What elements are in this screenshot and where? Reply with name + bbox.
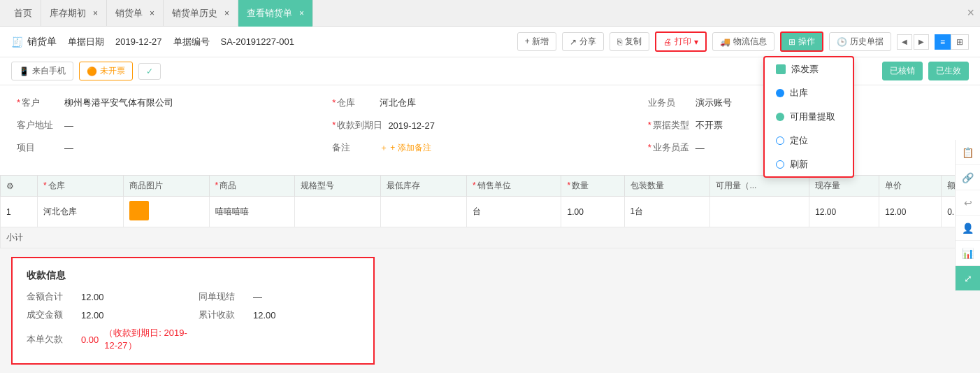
row-no: 1: [1, 197, 38, 227]
outbound-icon: [776, 89, 784, 97]
check-icon: ✓: [146, 66, 153, 76]
not-open-button[interactable]: 🟠 未开票: [79, 62, 133, 80]
summary-deal-amount: 成交金额 12.00: [27, 309, 187, 321]
sales-staff-value: —: [696, 143, 705, 153]
ticket-type-value: 不开票: [696, 119, 723, 132]
print-button[interactable]: 🖨 打印 ▾: [655, 31, 707, 52]
add-note-button[interactable]: ＋ + 添加备注: [380, 142, 431, 154]
col-spec: 规格型号: [295, 176, 381, 197]
right-icon-6-expand[interactable]: ⤢: [956, 266, 980, 291]
product-table-wrapper: ⚙ 仓库 商品图片 商品 规格型号 最低库存 销售单位 数量 包装数量 可用量（…: [0, 175, 980, 248]
summary-grid: 金额合计 12.00 同单现结 — 成交金额 12.00 累计收款 12.00 …: [27, 290, 359, 352]
share-button[interactable]: ↗ 分享: [562, 32, 604, 51]
window-close-button[interactable]: ×: [967, 6, 974, 20]
col-pack-qty: 包装数量: [624, 176, 710, 197]
from-phone-button[interactable]: 📱 来自手机: [11, 62, 73, 80]
project-field: 项目 —: [17, 141, 332, 154]
tab-sales-history[interactable]: 销货单历史 ×: [164, 0, 238, 27]
col-min-stock: 最低库存: [381, 176, 467, 197]
new-button[interactable]: + 新增: [517, 32, 556, 51]
row-product: 嘻嘻嘻嘻: [209, 197, 295, 227]
note-field: 备注 ＋ + 添加备注: [332, 141, 647, 154]
col-unit-price: 单价: [879, 176, 942, 197]
operate-button[interactable]: ⊞ 操作: [780, 31, 823, 52]
effective-button[interactable]: 已生效: [928, 62, 969, 80]
summary-owed-value: 0.00: [81, 335, 99, 345]
col-settings[interactable]: ⚙: [1, 176, 38, 197]
list-view-button[interactable]: ≡: [935, 34, 951, 50]
col-sales-unit: 销售单位: [467, 176, 561, 197]
copy-button[interactable]: ⎘ 复制: [610, 32, 649, 51]
note-label: 备注: [332, 141, 374, 154]
grid-view-button[interactable]: ⊞: [951, 34, 969, 50]
row-product-img: [123, 197, 209, 227]
dropdown-available[interactable]: 可用量提取: [765, 105, 853, 129]
subtotal-label: 小计: [1, 227, 980, 248]
nav-arrows: ◀ ▶: [897, 34, 929, 50]
operation-dropdown: 添发票 出库 可用量提取 定位 刷新: [763, 56, 854, 178]
row-unit-price: 12.00: [879, 197, 942, 227]
summary-same-settle: 同单现结 —: [199, 290, 359, 303]
dropdown-add-invoice[interactable]: 添发票: [765, 57, 853, 81]
summary-same-settle-value: —: [253, 292, 262, 302]
logistics-button[interactable]: 🚚 物流信息: [712, 32, 774, 51]
view-toggle: ≡ ⊞: [935, 34, 969, 50]
doc-meta: 单据日期 2019-12-27 单据编号 SA-20191227-001: [68, 36, 294, 48]
customer-value: 柳州粤港平安气体有限公司: [64, 97, 173, 109]
print-dropdown-icon: ▾: [694, 37, 698, 47]
next-button[interactable]: ▶: [914, 34, 929, 50]
col-qty: 数量: [561, 176, 624, 197]
product-image: [129, 201, 149, 220]
summary-deal-amount-label: 成交金额: [27, 309, 75, 321]
summary-same-settle-label: 同单现结: [199, 290, 247, 303]
history-button[interactable]: 🕒 历史单据: [829, 32, 891, 51]
right-icon-2[interactable]: 🔗: [956, 165, 980, 190]
confirmed-button[interactable]: 已核销: [882, 62, 923, 80]
doc-no-label: 单据编号: [173, 36, 210, 48]
right-icon-3[interactable]: ↩: [956, 190, 980, 216]
tab-close-view[interactable]: ×: [299, 8, 304, 18]
table-row: 1 河北仓库 嘻嘻嘻嘻 台 1.00 1台 12.00 12.00 0.: [1, 197, 980, 227]
summary-amount-total-value: 12.00: [81, 292, 104, 302]
doc-type-label: 销货单: [27, 36, 57, 48]
tab-home[interactable]: 首页: [6, 0, 41, 27]
right-icons-panel: 📋 🔗 ↩ 👤 📊 ⤢: [955, 140, 980, 291]
staff-value: 演示账号: [696, 97, 732, 109]
summary-owed: 本单欠款 0.00 （收款到期日: 2019-12-27）: [27, 327, 187, 352]
tab-sales-order[interactable]: 销货单 ×: [107, 0, 164, 27]
outbound-label: 出库: [790, 87, 808, 99]
tab-view-sales[interactable]: 查看销货单 ×: [238, 0, 313, 27]
col-product-img: 商品图片: [123, 176, 209, 197]
right-icon-1[interactable]: 📋: [956, 140, 980, 165]
row-min-stock: [381, 197, 467, 227]
check-icon-btn[interactable]: ✓: [138, 63, 161, 80]
row-warehouse: 河北仓库: [37, 197, 123, 227]
grid-icon: ⊞: [788, 37, 795, 47]
project-value: —: [64, 143, 73, 153]
product-table: ⚙ 仓库 商品图片 商品 规格型号 最低库存 销售单位 数量 包装数量 可用量（…: [0, 175, 980, 248]
locate-icon: [776, 136, 784, 145]
tab-inventory-init[interactable]: 库存期初 ×: [41, 0, 107, 27]
warehouse-field: 仓库 河北仓库: [332, 97, 647, 109]
right-icon-5[interactable]: 📊: [956, 241, 980, 266]
summary-collected-value: 12.00: [253, 310, 276, 321]
tab-close-sales[interactable]: ×: [150, 8, 154, 18]
prev-button[interactable]: ◀: [897, 34, 912, 50]
dropdown-refresh[interactable]: 刷新: [765, 153, 853, 176]
addr-field: 客户地址 —: [17, 119, 332, 132]
staff-label: 业务员: [648, 97, 690, 109]
col-available: 可用量（...: [710, 176, 809, 197]
ticket-type-label: 票据类型: [648, 119, 690, 132]
tab-close-inventory[interactable]: ×: [93, 8, 98, 18]
payment-date-value: 2019-12-27: [388, 120, 435, 131]
row-spec: [295, 197, 381, 227]
dropdown-locate[interactable]: 定位: [765, 129, 853, 153]
right-icon-4[interactable]: 👤: [956, 216, 980, 241]
doc-title-section: 🧾 销货单: [11, 36, 57, 48]
row-sales-unit: 台: [467, 197, 561, 227]
tab-close-history[interactable]: ×: [224, 8, 229, 18]
history-icon: 🕒: [837, 37, 847, 47]
dropdown-outbound[interactable]: 出库: [765, 81, 853, 105]
row-qty: 1.00: [561, 197, 624, 227]
plus-icon: ＋: [380, 142, 388, 154]
